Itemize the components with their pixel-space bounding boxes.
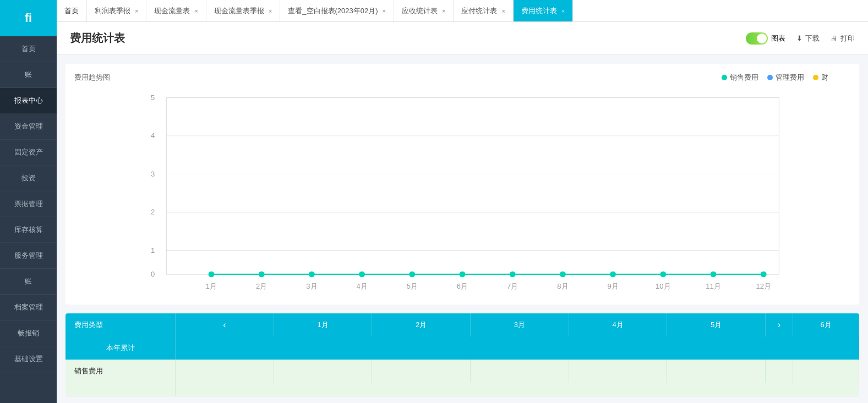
tab-cashflow-quarter-close[interactable]: × [269, 8, 272, 14]
table-col-m3: 3月 [471, 313, 569, 336]
table-cell-ytd [65, 383, 176, 396]
legend-finance-label: 财 [821, 73, 828, 82]
legend-sales: 销售费用 [722, 73, 758, 82]
svg-point-18 [460, 271, 466, 277]
legend-sales-dot [722, 75, 727, 80]
tab-cashflow-quarter-label: 现金流量表季报 [214, 6, 264, 16]
tab-profit-quarter[interactable]: 利润表季报 × [87, 0, 146, 21]
table-m4-label: 4月 [612, 320, 623, 330]
main-area: 首页 利润表季报 × 现金流量表 × 现金流量表季报 × 查看_空白报表(202… [57, 0, 868, 403]
tab-expense[interactable]: 费用统计表 × [514, 0, 573, 21]
svg-point-20 [560, 271, 566, 277]
chart-legend: 销售费用 管理费用 财 [722, 73, 828, 82]
svg-text:8月: 8月 [557, 282, 568, 290]
svg-text:10月: 10月 [656, 282, 670, 290]
print-icon: 🖨 [831, 34, 838, 42]
svg-text:12月: 12月 [756, 282, 771, 290]
chart-title: 费用趋势图 [74, 73, 110, 81]
page-header: 费用统计表 图表 ⬇ 下载 🖨 打印 [57, 22, 868, 55]
download-label: 下载 [805, 34, 820, 43]
table-col-nav-prev[interactable]: ‹ [176, 313, 274, 336]
table-m3-label: 3月 [514, 320, 525, 330]
tab-blank-report-label: 查看_空白报表(2023年02月) [288, 6, 378, 16]
chart-header: 费用趋势图 销售费用 管理费用 财 [74, 73, 850, 82]
sidebar-item-ticket[interactable]: 票据管理 [0, 191, 57, 217]
sidebar-item-service[interactable]: 服务管理 [0, 243, 57, 269]
legend-finance-dot [813, 75, 818, 80]
table-cell-m3 [471, 360, 569, 383]
sidebar-item-sales[interactable]: 畅报销 [0, 321, 57, 346]
tab-profit-quarter-label: 利润表季报 [95, 6, 130, 16]
tab-profit-quarter-close[interactable]: × [135, 8, 138, 14]
tab-receivable[interactable]: 应收统计表 × [394, 0, 454, 21]
legend-manage-label: 管理费用 [776, 73, 804, 82]
tab-payable-close[interactable]: × [501, 8, 505, 14]
svg-text:4: 4 [151, 131, 155, 140]
sidebar-item-fixed-assets[interactable]: 固定资产 [0, 140, 57, 165]
sidebar-item-investment[interactable]: 投资 [0, 165, 57, 191]
svg-point-22 [660, 271, 666, 277]
prev-arrow-icon[interactable]: ‹ [223, 320, 226, 330]
svg-point-13 [209, 271, 215, 277]
tab-cashflow[interactable]: 现金流量表 × [146, 0, 206, 21]
sidebar-item-ledger[interactable]: 账 [0, 269, 57, 295]
table-section: 费用类型 ‹ 1月 2月 3月 4月 5月 [65, 313, 859, 396]
app-logo: fi [0, 0, 57, 36]
tab-receivable-close[interactable]: × [442, 8, 445, 14]
table-ytd-label: 本年累计 [106, 343, 135, 353]
tab-blank-report-close[interactable]: × [383, 8, 386, 14]
svg-text:5: 5 [151, 93, 155, 102]
tab-receivable-label: 应收统计表 [402, 6, 438, 16]
chart-toggle-wrap[interactable]: 图表 [746, 32, 785, 45]
svg-text:4月: 4月 [356, 282, 367, 290]
table-header-row: 费用类型 ‹ 1月 2月 3月 4月 5月 [65, 313, 859, 360]
tab-home-label: 首页 [64, 6, 79, 16]
sidebar-item-account[interactable]: 账 [0, 62, 57, 88]
download-button[interactable]: ⬇ 下载 [796, 34, 820, 43]
tab-payable[interactable]: 应付统计表 × [454, 0, 513, 21]
svg-text:5月: 5月 [407, 282, 418, 290]
svg-point-17 [409, 271, 415, 277]
svg-point-24 [761, 271, 767, 277]
print-label: 打印 [840, 34, 855, 43]
table-cell-nav [176, 360, 274, 383]
sidebar-item-settings[interactable]: 基础设置 [0, 346, 57, 372]
download-icon: ⬇ [796, 34, 803, 42]
svg-point-16 [359, 271, 365, 277]
table-m2-label: 2月 [416, 320, 427, 330]
tab-bar: 首页 利润表季报 × 现金流量表 × 现金流量表季报 × 查看_空白报表(202… [57, 0, 868, 22]
table-cell-m6 [793, 360, 859, 383]
next-arrow-icon[interactable]: › [778, 320, 780, 330]
tab-home[interactable]: 首页 [57, 0, 87, 21]
tab-cashflow-label: 现金流量表 [154, 6, 190, 16]
tab-blank-report[interactable]: 查看_空白报表(2023年02月) × [280, 0, 394, 21]
svg-point-19 [510, 271, 516, 277]
table-col-m5: 5月 [667, 313, 766, 336]
sidebar-item-inventory[interactable]: 库存核算 [0, 217, 57, 243]
legend-sales-label: 销售费用 [730, 73, 758, 82]
legend-finance: 财 [813, 73, 828, 82]
svg-text:3月: 3月 [306, 282, 317, 290]
sidebar-item-report-center[interactable]: 报表中心 [0, 88, 57, 114]
svg-text:2月: 2月 [256, 282, 267, 290]
svg-point-15 [309, 271, 315, 277]
tab-expense-close[interactable]: × [561, 8, 565, 14]
svg-text:1月: 1月 [206, 282, 217, 290]
svg-text:11月: 11月 [706, 282, 720, 290]
table-col-m6: 6月 [793, 313, 859, 336]
tab-cashflow-close[interactable]: × [194, 8, 198, 14]
sidebar-item-home[interactable]: 首页 [0, 36, 57, 62]
svg-text:2: 2 [151, 208, 155, 216]
tab-cashflow-quarter[interactable]: 现金流量表季报 × [206, 0, 280, 21]
print-button[interactable]: 🖨 打印 [831, 34, 855, 43]
table-cell-m2 [372, 360, 471, 383]
sidebar-item-fund[interactable]: 资金管理 [0, 114, 57, 140]
table-m1-label: 1月 [317, 320, 328, 330]
table-type-label: 费用类型 [74, 320, 103, 330]
table-col-m2: 2月 [372, 313, 471, 336]
table-cell-m5 [667, 360, 766, 383]
table-col-nav-next[interactable]: › [766, 313, 793, 336]
sidebar-item-archive[interactable]: 档案管理 [0, 295, 57, 321]
svg-text:0: 0 [151, 270, 155, 278]
chart-toggle[interactable] [746, 32, 768, 45]
